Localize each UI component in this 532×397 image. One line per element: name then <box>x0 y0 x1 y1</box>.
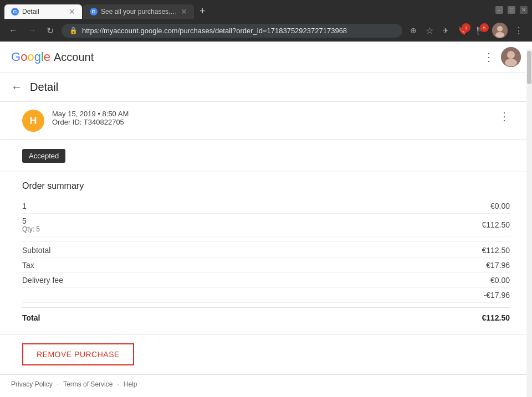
avatar-image <box>492 23 508 38</box>
bookmark-icon[interactable]: ☆ <box>423 23 436 38</box>
extension-translate-icon[interactable]: ⊕ <box>408 24 419 37</box>
profile-avatar[interactable] <box>492 23 508 38</box>
svg-point-1 <box>497 26 503 32</box>
tab-favicon-purchases: G <box>90 8 98 16</box>
three-dots-button[interactable]: ⋮ <box>483 50 494 64</box>
summary-title: Order summary <box>22 181 510 191</box>
tab-purchases[interactable]: G See all your purchases, subscript... ✕ <box>83 4 194 19</box>
item2-price: €112.50 <box>482 220 510 229</box>
item2-qty: Qty: 5 <box>22 225 40 233</box>
window-controls: – □ ✕ <box>495 6 532 14</box>
status-section: Accepted <box>0 140 532 172</box>
browser-chrome: G Detail ✕ G See all your purchases, sub… <box>0 0 532 42</box>
total-value: €112.50 <box>482 313 510 322</box>
discount-value: -€17.96 <box>484 291 510 300</box>
extension-vpn-icon[interactable]: ✈ <box>440 24 451 37</box>
tax-label: Tax <box>22 261 34 270</box>
total-label: Total <box>22 313 40 322</box>
google-logo: Google Account <box>11 50 94 64</box>
back-button[interactable]: ← <box>11 81 22 94</box>
subtotal-value: €112.50 <box>482 246 510 255</box>
tab-title-purchases: See all your purchases, subscript... <box>101 8 177 16</box>
order-date: May 15, 2019 • 8:50 AM <box>52 110 491 118</box>
page-wrapper: G Detail ✕ G See all your purchases, sub… <box>0 0 532 397</box>
tax-value: €17.96 <box>486 261 510 270</box>
url-text: https://myaccount.google.com/purchases/d… <box>82 27 395 35</box>
back-nav-button[interactable]: ← <box>7 23 20 38</box>
header-avatar-image <box>501 47 521 67</box>
delivery-value: €0.00 <box>490 276 510 285</box>
footer-dot-2: · <box>117 380 119 388</box>
subtotal-label: Subtotal <box>22 246 50 255</box>
item2-num: 5 <box>22 216 40 225</box>
delivery-label: Delivery fee <box>22 276 63 285</box>
extension-badge-wrapper: 🔖 1 <box>456 25 469 35</box>
page-content: Google Account ⋮ ← Detail <box>0 42 532 390</box>
tax-row: Tax €17.96 <box>22 258 510 273</box>
lock-icon: 🔒 <box>69 27 78 34</box>
status-badge: Accepted <box>22 149 65 163</box>
new-tab-button[interactable]: + <box>195 3 210 19</box>
actions-section: REMOVE PURCHASE <box>0 334 532 375</box>
google-logo-text: Google <box>11 50 50 64</box>
footer: Privacy Policy · Terms of Service · Help <box>0 375 532 390</box>
delivery-row: Delivery fee €0.00 <box>22 273 510 288</box>
page-title: Detail <box>30 81 58 94</box>
footer-dot-1: · <box>57 380 59 388</box>
extension-flag2-wrapper: 🏴 5 <box>474 25 488 35</box>
close-button[interactable]: ✕ <box>520 6 528 14</box>
order-options-icon[interactable]: ⋮ <box>499 110 510 123</box>
ext-badge2: 5 <box>480 23 489 32</box>
google-account-header: Google Account ⋮ <box>0 42 532 73</box>
discount-row: -€17.96 <box>22 288 510 303</box>
summary-item-2: 5 Qty: 5 €112.50 <box>22 214 510 236</box>
help-link[interactable]: Help <box>124 380 137 388</box>
tab-title-detail: Detail <box>22 8 65 16</box>
tab-row: G Detail ✕ G See all your purchases, sub… <box>0 0 532 19</box>
item1-num: 1 <box>22 202 27 210</box>
summary-item-1: 1 €0.00 <box>22 199 510 214</box>
header-avatar[interactable] <box>501 47 521 67</box>
total-row: Total €112.50 <box>22 307 510 325</box>
account-label: Account <box>54 51 94 64</box>
svg-point-4 <box>507 51 515 59</box>
subtotal-row: Subtotal €112.50 <box>22 241 510 258</box>
svg-point-5 <box>505 59 517 66</box>
order-id: Order ID: T340822705 <box>52 118 491 126</box>
remove-purchase-button[interactable]: REMOVE PURCHASE <box>22 343 134 365</box>
ext-badge: 1 <box>462 23 470 32</box>
item2-left: 5 Qty: 5 <box>22 216 40 233</box>
tab-close-detail[interactable]: ✕ <box>69 8 75 16</box>
svg-point-2 <box>495 32 504 38</box>
toolbar-icons: ⊕ ☆ ✈ 🔖 1 🏴 5 ⋮ <box>408 23 525 38</box>
detail-header: ← Detail <box>0 73 532 102</box>
terms-of-service-link[interactable]: Terms of Service <box>63 380 112 388</box>
tab-favicon-detail: G <box>11 8 19 16</box>
order-meta: May 15, 2019 • 8:50 AM Order ID: T340822… <box>52 110 491 126</box>
maximize-button[interactable]: □ <box>508 6 515 14</box>
order-info-section: H May 15, 2019 • 8:50 AM Order ID: T3408… <box>0 102 532 140</box>
tab-close-purchases[interactable]: ✕ <box>181 8 187 16</box>
tab-detail[interactable]: G Detail ✕ <box>4 4 82 19</box>
scrollbar-track[interactable] <box>526 49 532 397</box>
url-bar[interactable]: 🔒 https://myaccount.google.com/purchases… <box>62 24 402 38</box>
more-options-icon[interactable]: ⋮ <box>512 23 525 38</box>
address-bar: ← → ↻ 🔒 https://myaccount.google.com/pur… <box>0 19 532 42</box>
reload-button[interactable]: ↻ <box>44 23 56 38</box>
item1-price: €0.00 <box>490 202 510 210</box>
order-icon: H <box>22 110 44 132</box>
order-summary-section: Order summary 1 €0.00 5 Qty: 5 €112.50 S… <box>0 172 532 334</box>
privacy-policy-link[interactable]: Privacy Policy <box>11 380 53 388</box>
scrollbar-thumb[interactable] <box>527 51 531 84</box>
minimize-button[interactable]: – <box>495 6 503 14</box>
forward-nav-button[interactable]: → <box>25 23 39 38</box>
header-actions: ⋮ <box>483 47 521 67</box>
